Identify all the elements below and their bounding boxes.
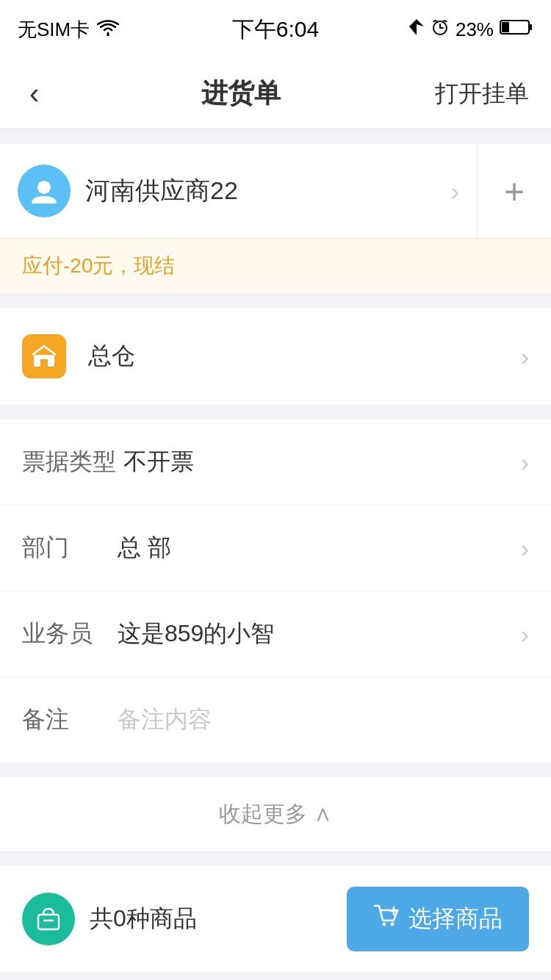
salesperson-row[interactable]: 业务员 这是859的小智 › — [0, 591, 551, 677]
payment-notice: 应付-20元，现结 — [0, 238, 551, 293]
remark-row[interactable]: 备注 备注内容 — [0, 677, 551, 763]
form-section: 票据类型 不开票 › 部门 总 部 › 业务员 这是859的小智 › 备注 备注… — [0, 419, 551, 763]
collapse-row[interactable]: 收起更多 ∧ — [0, 777, 551, 851]
invoice-type-chevron-icon: › — [521, 448, 529, 477]
warehouse-section: 总仓 › — [0, 308, 551, 405]
gap-1 — [0, 129, 551, 144]
status-bar: 无SIM卡 下午6:04 23% — [0, 0, 551, 59]
supplier-section: 河南供应商22 › + — [0, 144, 551, 238]
back-button[interactable]: ‹ — [22, 70, 46, 118]
open-pending-button[interactable]: 打开挂单 — [435, 78, 529, 110]
department-chevron-icon: › — [521, 534, 529, 563]
svg-point-6 — [37, 181, 51, 194]
page-title: 进货单 — [201, 76, 281, 112]
svg-rect-8 — [40, 359, 48, 367]
svg-point-11 — [383, 923, 386, 926]
invoice-type-value: 不开票 — [123, 446, 514, 478]
svg-point-12 — [391, 923, 395, 926]
warehouse-row[interactable]: 总仓 › — [0, 308, 551, 405]
cart-add-icon — [373, 904, 400, 934]
status-left: 无SIM卡 — [18, 17, 119, 43]
battery-label: 23% — [455, 18, 494, 41]
nav-bar: ‹ 进货单 打开挂单 — [0, 59, 551, 129]
select-goods-label: 选择商品 — [408, 903, 503, 935]
wifi-icon — [97, 18, 119, 41]
alarm-icon — [431, 18, 450, 42]
supplier-avatar — [18, 165, 71, 217]
svg-rect-9 — [38, 915, 59, 929]
status-time: 下午6:04 — [232, 15, 319, 45]
supplier-chevron-icon: › — [451, 177, 459, 206]
department-label: 部门 — [22, 532, 110, 564]
supplier-selector[interactable]: 河南供应商22 › — [0, 144, 478, 238]
remark-input[interactable]: 备注内容 — [118, 704, 529, 736]
salesperson-label: 业务员 — [22, 618, 110, 650]
goods-icon — [22, 893, 75, 945]
location-icon — [408, 18, 425, 41]
salesperson-value: 这是859的小智 — [118, 618, 514, 650]
svg-rect-5 — [529, 24, 532, 30]
goods-count: 共0种商品 — [90, 903, 332, 935]
carrier-label: 无SIM卡 — [18, 17, 90, 43]
add-supplier-button[interactable]: + — [478, 144, 551, 238]
warehouse-name: 总仓 — [88, 340, 514, 372]
content: 河南供应商22 › + 应付-20元，现结 总仓 › 票据类型 不开票 › — [0, 129, 551, 972]
salesperson-chevron-icon: › — [521, 620, 529, 649]
collapse-label: 收起更多 ∧ — [219, 799, 331, 829]
svg-rect-4 — [502, 22, 509, 32]
invoice-type-label: 票据类型 — [22, 446, 116, 478]
remark-label: 备注 — [22, 704, 110, 736]
invoice-type-row[interactable]: 票据类型 不开票 › — [0, 419, 551, 505]
department-value: 总 部 — [118, 532, 514, 564]
warehouse-icon-bg — [22, 334, 66, 378]
battery-icon — [500, 18, 533, 41]
status-right: 23% — [408, 18, 533, 42]
bottom-section: 共0种商品 选择商品 — [0, 866, 551, 972]
select-goods-button[interactable]: 选择商品 — [347, 887, 529, 951]
warehouse-chevron-icon: › — [521, 342, 529, 371]
supplier-name: 河南供应商22 — [85, 174, 444, 208]
department-row[interactable]: 部门 总 部 › — [0, 505, 551, 591]
